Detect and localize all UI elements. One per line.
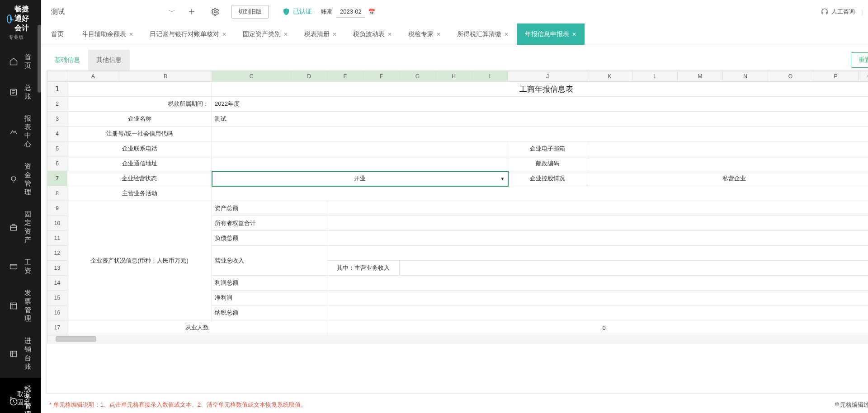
cell[interactable]: [212, 186, 868, 201]
cell[interactable]: 所有者权益合计: [212, 216, 327, 231]
tab-close[interactable]: ✕: [222, 31, 226, 38]
org-selector[interactable]: 测试 ﹀: [47, 5, 180, 19]
cell[interactable]: 企业通信地址: [67, 156, 212, 171]
rownum-6[interactable]: 6: [47, 156, 67, 171]
add-button[interactable]: [186, 6, 197, 17]
tab-7[interactable]: 所得税汇算清缴✕: [449, 23, 517, 45]
rownum-14[interactable]: 14: [47, 276, 67, 291]
col-I[interactable]: I: [472, 71, 508, 81]
tab-8[interactable]: 年报信息申报表✕: [517, 23, 585, 45]
cell[interactable]: [327, 201, 868, 216]
cell[interactable]: 注册号/统一社会信用代码: [67, 127, 212, 141]
rownum-8[interactable]: 8: [47, 186, 67, 201]
col-D[interactable]: D: [291, 71, 327, 81]
tab-close[interactable]: ✕: [283, 31, 288, 38]
col-K[interactable]: K: [587, 71, 632, 81]
tab-6[interactable]: 税检专家✕: [400, 23, 449, 45]
cell[interactable]: 0: [327, 320, 868, 335]
tab-4[interactable]: 税表清册✕: [296, 23, 345, 45]
cell[interactable]: 税款所属期间：: [67, 97, 212, 112]
consult-button[interactable]: 人工咨询: [821, 8, 855, 16]
nav-item-2[interactable]: 报表中心: [0, 108, 41, 155]
rownum-11[interactable]: 11: [47, 231, 67, 246]
col-E[interactable]: E: [327, 71, 363, 81]
rownum-4[interactable]: 4: [47, 127, 67, 141]
rownum-17[interactable]: 17: [47, 320, 67, 335]
cell[interactable]: 2022年度: [212, 97, 868, 112]
nav-item-7[interactable]: 进销台账: [0, 330, 41, 378]
cell[interactable]: 净利润: [212, 291, 327, 305]
rownum-7[interactable]: 7: [47, 171, 67, 186]
cell[interactable]: [400, 261, 868, 276]
col-Q[interactable]: Q: [859, 71, 868, 81]
cell[interactable]: [327, 305, 868, 320]
spreadsheet[interactable]: ABCDEFGHIJKLMNOPQ 1工商年报信息表2税款所属期间：2022年度…: [47, 70, 868, 394]
reset-button[interactable]: 重置报表: [851, 52, 868, 68]
col-A[interactable]: A: [67, 71, 119, 81]
rownum-9[interactable]: 9: [47, 201, 67, 216]
tab-1[interactable]: 斗目辅助余额表✕: [74, 23, 142, 45]
cell[interactable]: [327, 291, 868, 305]
col-G[interactable]: G: [400, 71, 436, 81]
nav-item-1[interactable]: 总账: [0, 77, 41, 108]
cell[interactable]: 邮政编码: [508, 156, 587, 171]
period-value[interactable]: 2023-02: [336, 6, 365, 18]
tab-5[interactable]: 税负波动表✕: [345, 23, 400, 45]
unpin-button[interactable]: 取消固定: [0, 384, 41, 413]
tab-0[interactable]: 首页: [41, 23, 74, 45]
sub-tab-0[interactable]: 基础信息: [47, 50, 88, 70]
sub-tab-1[interactable]: 其他信息: [88, 50, 130, 70]
nav-item-0[interactable]: 首页: [0, 46, 41, 77]
nav-item-5[interactable]: 工资: [0, 251, 41, 282]
switch-old-button[interactable]: 切到旧版: [231, 5, 269, 19]
cell[interactable]: 纳税总额: [212, 305, 327, 320]
cell[interactable]: 负债总额: [212, 231, 327, 246]
rownum-12[interactable]: 12: [47, 246, 67, 261]
rownum-15[interactable]: 15: [47, 291, 67, 305]
cell[interactable]: 企业经营状态: [67, 171, 212, 186]
sidebar-scrollbar[interactable]: [38, 25, 41, 93]
tab-close[interactable]: ✕: [436, 31, 441, 38]
tab-close[interactable]: ✕: [332, 31, 337, 38]
tab-close[interactable]: ✕: [129, 31, 133, 38]
cell[interactable]: 资产总额: [212, 201, 327, 216]
cell[interactable]: 从业人数: [67, 320, 327, 335]
rownum-13[interactable]: 13: [47, 261, 67, 276]
tab-2[interactable]: 日记账与银行对账单核对✕: [142, 23, 235, 45]
horizontal-scrollbar[interactable]: [47, 335, 868, 343]
cell[interactable]: 企业电子邮箱: [508, 141, 587, 156]
rownum-3[interactable]: 3: [47, 112, 67, 127]
cell[interactable]: 企业名称: [67, 112, 212, 127]
cell[interactable]: [212, 141, 508, 156]
corner-cell[interactable]: [47, 71, 67, 81]
scroll-thumb[interactable]: [56, 336, 96, 342]
cell[interactable]: 测试: [212, 112, 868, 127]
col-H[interactable]: H: [436, 71, 472, 81]
cell[interactable]: 营业总收入: [212, 246, 327, 276]
cell[interactable]: 企业控股情况: [508, 171, 587, 186]
rownum-2[interactable]: 2: [47, 97, 67, 112]
tab-close[interactable]: ✕: [504, 31, 509, 38]
rownum-1[interactable]: 1: [47, 82, 67, 97]
col-N[interactable]: N: [723, 71, 768, 81]
cell[interactable]: [212, 156, 508, 171]
nav-item-6[interactable]: 发票管理: [0, 282, 41, 330]
cell[interactable]: 私营企业: [587, 171, 868, 186]
col-M[interactable]: M: [678, 71, 723, 81]
cell[interactable]: [212, 127, 868, 141]
col-J[interactable]: J: [508, 71, 587, 81]
tab-close[interactable]: ✕: [572, 31, 576, 38]
business-status-dropdown[interactable]: 开业▼: [212, 171, 508, 186]
cell[interactable]: [587, 141, 868, 156]
tab-3[interactable]: 固定资产类别✕: [235, 23, 296, 45]
settings-icon[interactable]: [210, 6, 221, 17]
nav-item-3[interactable]: 资金管理: [0, 155, 41, 203]
col-P[interactable]: P: [813, 71, 859, 81]
cell[interactable]: 其中：主营业务收入: [327, 261, 400, 276]
cell[interactable]: 主营业务活动: [67, 186, 212, 201]
cell[interactable]: [587, 156, 868, 171]
nav-item-4[interactable]: 固定资产: [0, 203, 41, 251]
verified-badge[interactable]: 已认证: [282, 8, 312, 16]
cell[interactable]: [327, 216, 868, 231]
cell[interactable]: [327, 276, 868, 291]
